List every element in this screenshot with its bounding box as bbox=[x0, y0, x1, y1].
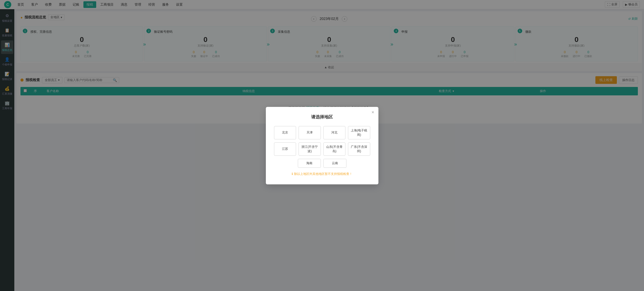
warning-label: 除以上地区外其他地区暂不支持报税检查！ bbox=[294, 172, 352, 176]
region-row-2: 江苏浙江(不含宁波)山东(不含青岛)广东(不含深圳) bbox=[274, 142, 370, 156]
region-btn-北京[interactable]: 北京 bbox=[274, 126, 296, 139]
region-btn-云南[interactable]: 云南 bbox=[323, 159, 346, 168]
dialog: × 请选择地区 北京天津河北上海(电子税局) 江苏浙江(不含宁波)山东(不含青岛… bbox=[266, 107, 378, 184]
region-btn-上海(电子税局)[interactable]: 上海(电子税局) bbox=[348, 126, 370, 139]
region-btn-海南[interactable]: 海南 bbox=[298, 159, 321, 168]
region-btn-浙江(不含宁波)[interactable]: 浙江(不含宁波) bbox=[299, 142, 321, 156]
region-btn-山东(不含青岛)[interactable]: 山东(不含青岛) bbox=[323, 142, 346, 156]
dialog-close-button[interactable]: × bbox=[372, 110, 374, 115]
warning-text: ℹ 除以上地区外其他地区暂不支持报税检查！ bbox=[274, 172, 370, 176]
dialog-overlay[interactable]: × 请选择地区 北京天津河北上海(电子税局) 江苏浙江(不含宁波)山东(不含青岛… bbox=[0, 0, 644, 291]
region-btn-江苏[interactable]: 江苏 bbox=[274, 142, 296, 156]
region-row-1: 北京天津河北上海(电子税局) bbox=[274, 126, 370, 139]
dialog-title: 请选择地区 bbox=[274, 114, 370, 120]
region-btn-天津[interactable]: 天津 bbox=[299, 126, 321, 139]
warning-icon: ℹ bbox=[292, 172, 293, 176]
region-btn-河北[interactable]: 河北 bbox=[323, 126, 346, 139]
region-row-3: 海南云南 bbox=[274, 159, 370, 168]
region-btn-广东(不含深圳)[interactable]: 广东(不含深圳) bbox=[348, 142, 370, 156]
